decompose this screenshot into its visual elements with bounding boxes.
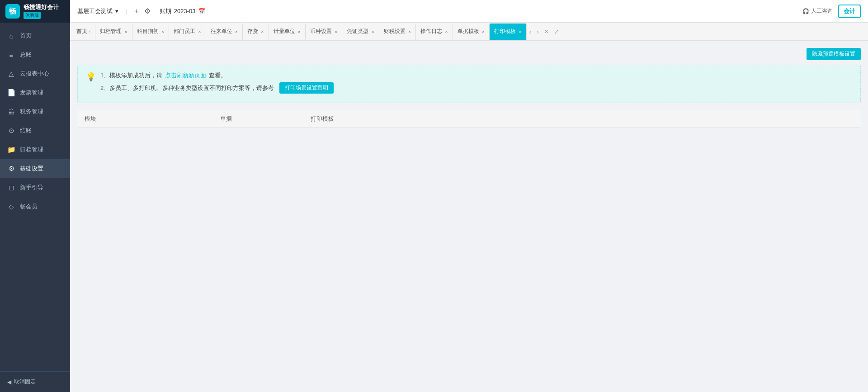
home-icon: ⌂ <box>7 32 15 40</box>
tab-inventory[interactable]: 存货 × <box>243 24 269 40</box>
info-line-2: 2、多员工、多打印机、多种业务类型设置不同打印方案等，请参考 打印场景设置宣明 <box>100 82 852 94</box>
th-order: 单据 <box>213 115 303 123</box>
tab-prev-button[interactable]: ‹ <box>527 28 534 35</box>
calendar-icon[interactable]: 📅 <box>198 8 205 14</box>
tab-subject-period-label: 科目期初 <box>137 28 159 35</box>
hide-preview-container: 隐藏预置模板设置 <box>77 48 861 60</box>
tab-home-chevron: ‹ <box>89 29 90 34</box>
tab-counterpart-close[interactable]: × <box>235 29 238 34</box>
tab-print-template[interactable]: 打印模板 × <box>490 24 526 40</box>
main-area: 基层工会测试 ▾ | + ⚙ 账期 2023-03 📅 🎧 人工咨询 会计 首页… <box>70 0 868 392</box>
period-selector[interactable]: 账期 2023-03 📅 <box>160 7 206 15</box>
tab-measure-unit-label: 计量单位 <box>274 28 295 35</box>
topbar: 基层工会测试 ▾ | + ⚙ 账期 2023-03 📅 🎧 人工咨询 会计 <box>70 0 868 23</box>
sidebar-item-home[interactable]: ⌂ 首页 <box>0 26 70 45</box>
kuaiji-button[interactable]: 会计 <box>838 5 861 18</box>
tab-archive-mgmt-close[interactable]: × <box>124 29 127 34</box>
sidebar: 畅 畅捷通好会计 体验版 ⌂ 首页 ≡ 总账 △ 云报表中心 📄 发票管理 🏛 … <box>0 0 70 392</box>
content-area: 隐藏预置模板设置 💡 1、模板添加成功后，请 点击刷新新页面 查看。 2、多员工… <box>70 41 868 392</box>
sidebar-label-vip: 畅会员 <box>20 203 38 211</box>
tab-home-label: 首页 <box>76 28 87 35</box>
tab-dept-staff[interactable]: 部门员工 × <box>169 24 206 40</box>
tab-archive-mgmt[interactable]: 归档管理 × <box>95 24 132 40</box>
sidebar-label-invoice: 发票管理 <box>20 89 43 97</box>
print-template-table: 模块 单据 打印模板 <box>77 110 861 128</box>
period-label: 账期 <box>160 7 171 15</box>
th-module: 模块 <box>77 115 213 123</box>
table-header: 模块 单据 打印模板 <box>77 110 861 128</box>
tab-tax-settings[interactable]: 财税设置 × <box>379 24 416 40</box>
tab-op-log-close[interactable]: × <box>445 29 448 34</box>
sidebar-nav: ⌂ 首页 ≡ 总账 △ 云报表中心 📄 发票管理 🏛 税务管理 ⊙ 结账 📁 归… <box>0 23 70 371</box>
tab-currency-close[interactable]: × <box>335 29 337 34</box>
tab-currency-label: 币种设置 <box>310 28 332 35</box>
sidebar-label-settings: 基础设置 <box>20 165 43 173</box>
sidebar-label-home: 首页 <box>20 32 32 40</box>
tab-counterpart[interactable]: 往来单位 × <box>206 24 243 40</box>
sidebar-item-archive[interactable]: 📁 归档管理 <box>0 140 70 159</box>
tab-single-template-close[interactable]: × <box>482 29 485 34</box>
info-line1-post: 查看。 <box>209 71 226 80</box>
ledger-icon: ≡ <box>7 51 15 59</box>
tab-voucher-type-close[interactable]: × <box>371 29 374 34</box>
tab-close-all-button[interactable]: × <box>542 28 551 36</box>
service-icon: 🎧 <box>802 8 809 14</box>
service-label: 人工咨询 <box>811 7 833 15</box>
tab-dept-staff-label: 部门员工 <box>174 28 195 35</box>
tab-subject-period[interactable]: 科目期初 × <box>132 24 169 40</box>
sidebar-unpin[interactable]: ◀ 取消固定 <box>0 371 70 392</box>
sidebar-item-guide[interactable]: ◻ 新手引导 <box>0 178 70 197</box>
info-line-1: 1、模板添加成功后，请 点击刷新新页面 查看。 <box>100 71 852 80</box>
tab-archive-mgmt-label: 归档管理 <box>100 28 122 35</box>
tab-next-button[interactable]: › <box>534 28 542 35</box>
sidebar-item-reports[interactable]: △ 云报表中心 <box>0 64 70 83</box>
sidebar-item-vip[interactable]: ◇ 畅会员 <box>0 197 70 216</box>
th-print-template: 打印模板 <box>303 115 861 123</box>
guide-icon: ◻ <box>7 184 15 192</box>
service-button[interactable]: 🎧 人工咨询 <box>802 7 833 15</box>
tab-op-log-label: 操作日志 <box>420 28 442 35</box>
tab-tax-settings-close[interactable]: × <box>408 29 411 34</box>
sidebar-item-invoice[interactable]: 📄 发票管理 <box>0 83 70 102</box>
unpin-label: 取消固定 <box>14 378 36 386</box>
logo-text: 畅捷通好会计 <box>24 4 59 11</box>
company-selector[interactable]: 基层工会测试 ▾ <box>77 7 118 15</box>
tab-single-template[interactable]: 单据模板 × <box>453 24 490 40</box>
sidebar-item-tax[interactable]: 🏛 税务管理 <box>0 102 70 121</box>
company-dropdown-icon[interactable]: ▾ <box>115 8 118 14</box>
archive-icon: 📁 <box>7 146 15 154</box>
tab-print-template-close[interactable]: × <box>519 29 521 34</box>
sidebar-item-ledger[interactable]: ≡ 总账 <box>0 45 70 64</box>
topbar-divider: | <box>126 8 127 14</box>
explain-button[interactable]: 打印场景设置宣明 <box>279 82 334 94</box>
sidebar-item-settings[interactable]: ⚙ 基础设置 <box>0 159 70 178</box>
sidebar-item-close[interactable]: ⊙ 结账 <box>0 121 70 140</box>
info-link-refresh[interactable]: 点击刷新新页面 <box>165 71 206 80</box>
tab-measure-unit-close[interactable]: × <box>298 29 301 34</box>
reports-icon: △ <box>7 70 15 78</box>
sidebar-label-tax: 税务管理 <box>20 108 43 116</box>
tab-single-template-label: 单据模板 <box>458 28 479 35</box>
sidebar-label-guide: 新手引导 <box>20 184 43 192</box>
add-company-button[interactable]: + <box>134 7 138 15</box>
tab-inventory-close[interactable]: × <box>261 29 264 34</box>
tab-measure-unit[interactable]: 计量单位 × <box>269 24 306 40</box>
hide-preview-button[interactable]: 隐藏预置模板设置 <box>807 48 861 60</box>
company-settings-button[interactable]: ⚙ <box>144 7 151 15</box>
info-line2-pre: 2、多员工、多打印机、多种业务类型设置不同打印方案等，请参考 <box>100 84 274 92</box>
logo-badge: 体验版 <box>24 12 41 19</box>
sidebar-label-archive: 归档管理 <box>20 146 43 154</box>
tab-home[interactable]: 首页 ‹ <box>72 24 95 40</box>
tab-dept-staff-close[interactable]: × <box>198 29 201 34</box>
tax-icon: 🏛 <box>7 108 15 116</box>
tab-subject-period-close[interactable]: × <box>161 29 164 34</box>
tab-print-template-label: 打印模板 <box>494 28 516 35</box>
tab-currency[interactable]: 币种设置 × <box>306 24 342 40</box>
tab-voucher-type[interactable]: 凭证类型 × <box>342 24 379 40</box>
tab-expand-button[interactable]: ⤢ <box>551 28 562 35</box>
vip-icon: ◇ <box>7 203 15 211</box>
tab-op-log[interactable]: 操作日志 × <box>416 24 453 40</box>
settings-icon: ⚙ <box>7 165 15 173</box>
sidebar-label-ledger: 总账 <box>20 51 32 59</box>
tab-inventory-label: 存货 <box>247 28 258 35</box>
